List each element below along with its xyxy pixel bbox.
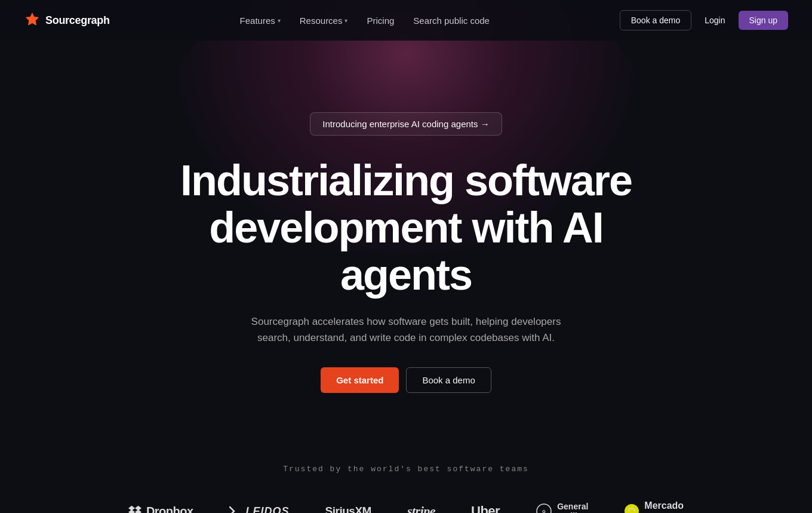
- leidos-icon: [229, 506, 241, 513]
- nav-links: Features ▾ Resources ▾ Pricing Search pu…: [232, 11, 498, 30]
- nav-search-public-code[interactable]: Search public code: [405, 11, 498, 30]
- chevron-down-icon: ▾: [345, 17, 347, 24]
- logo-siriusxm: SiriusXM: [325, 505, 371, 513]
- signup-button[interactable]: Sign up: [739, 11, 788, 30]
- logo-stripe: stripe: [407, 503, 435, 513]
- logo-text: Sourcegraph: [45, 14, 110, 27]
- logo-dropbox: Dropbox: [128, 505, 193, 513]
- sourcegraph-logo-icon: [24, 12, 41, 29]
- logo-uber: Uber: [471, 503, 500, 513]
- trusted-label: Trusted by the world's best software tea…: [36, 465, 776, 474]
- logo-mercado-libre: Mercadolibre: [624, 500, 684, 513]
- logo-link[interactable]: Sourcegraph: [24, 12, 110, 29]
- nav-pricing[interactable]: Pricing: [358, 11, 402, 30]
- navigation: Sourcegraph Features ▾ Resources ▾ Prici…: [0, 0, 812, 41]
- general-mills-icon: G: [536, 503, 552, 513]
- logos-row-1: Dropbox leidos SiriusXM stripe Uber: [36, 500, 776, 513]
- nav-actions: Book a demo Login Sign up: [620, 10, 788, 30]
- book-demo-button[interactable]: Book a demo: [620, 10, 692, 30]
- hero-book-demo-button[interactable]: Book a demo: [406, 367, 491, 393]
- hero-subtext: Sourcegraph accelerates how software get…: [227, 314, 585, 346]
- nav-features[interactable]: Features ▾: [232, 11, 289, 30]
- headline-line2: development with AI agents: [209, 204, 602, 299]
- dropbox-icon: [128, 505, 142, 513]
- trusted-section: Trusted by the world's best software tea…: [0, 441, 812, 513]
- chevron-down-icon: ▾: [278, 17, 281, 24]
- login-button[interactable]: Login: [696, 11, 733, 30]
- hero-section: Introducing enterprise AI coding agents …: [0, 0, 812, 513]
- headline-line1: Industrializing software: [180, 156, 632, 204]
- announcement-banner[interactable]: Introducing enterprise AI coding agents …: [310, 112, 502, 136]
- get-started-button[interactable]: Get started: [321, 367, 399, 393]
- svg-text:G: G: [542, 509, 546, 513]
- nav-resources[interactable]: Resources ▾: [291, 11, 356, 30]
- mercado-libre-icon: [624, 503, 639, 513]
- logo-general-mills: G GeneralMills: [536, 502, 588, 513]
- logo-leidos: leidos: [229, 505, 290, 513]
- hero-headline: Industrializing software development wit…: [137, 157, 675, 299]
- hero-cta-group: Get started Book a demo: [321, 367, 491, 393]
